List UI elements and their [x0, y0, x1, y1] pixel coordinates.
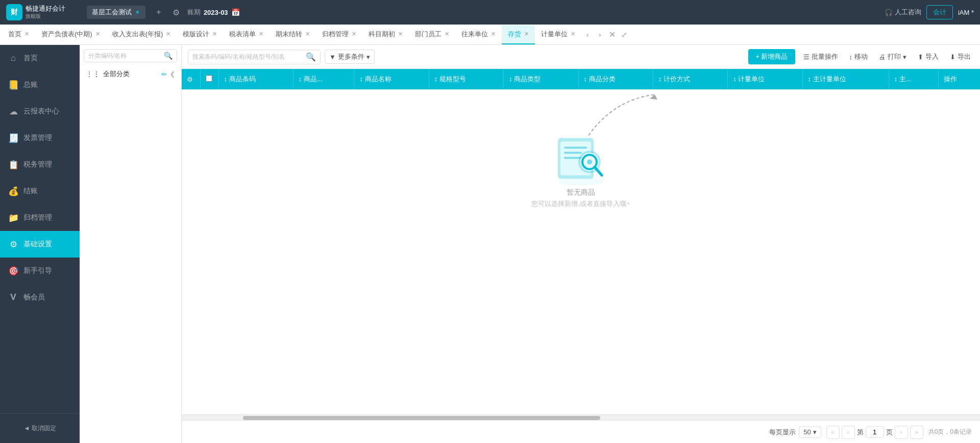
- sidebar-item-member[interactable]: V 畅会员: [0, 284, 80, 311]
- import-button[interactable]: ⬆ 导入: [915, 50, 942, 63]
- tab-department-close[interactable]: ✕: [445, 31, 449, 37]
- consultation-button[interactable]: 🎧 人工咨询: [885, 8, 921, 17]
- tab-close-all-button[interactable]: ✕: [606, 25, 618, 44]
- tab-inventory-label: 存货: [508, 30, 521, 39]
- tab-prev-button[interactable]: ‹: [581, 25, 594, 44]
- tab-home-close[interactable]: ✕: [24, 31, 29, 37]
- tab-archive[interactable]: 归档管理 ✕: [316, 25, 362, 44]
- sidebar-item-cloud-reports[interactable]: ☁ 云报表中心: [0, 98, 80, 125]
- horizontal-scrollbar[interactable]: [182, 414, 980, 421]
- page-size-selector: 每页显示 50 ▾: [769, 426, 821, 438]
- tab-balance-sheet-close[interactable]: ✕: [95, 31, 100, 37]
- th-unit[interactable]: ↕ 计量单位: [728, 69, 802, 89]
- tab-next-button[interactable]: ›: [594, 25, 606, 44]
- tab-income[interactable]: 收入支出表(年报) ✕: [106, 25, 177, 44]
- tab-template-close[interactable]: ✕: [212, 31, 217, 37]
- tab-subject-close[interactable]: ✕: [398, 31, 403, 37]
- filter-dropdown-icon: ▾: [366, 53, 370, 61]
- sidebar-item-guide[interactable]: 🎯 新手引导: [0, 258, 80, 284]
- tab-unit-close[interactable]: ✕: [571, 31, 575, 37]
- tab-inventory[interactable]: 存货 ✕: [502, 25, 535, 44]
- product-search-input[interactable]: [192, 53, 304, 60]
- sidebar-item-basic-settings[interactable]: ⚙ 基础设置: [0, 231, 80, 258]
- tab-expand-button[interactable]: ⤢: [618, 25, 630, 44]
- tab-tax-close[interactable]: ✕: [259, 31, 263, 37]
- select-all-checkbox[interactable]: [206, 75, 212, 82]
- workspace-selector[interactable]: 基层工会测试 ▼: [87, 6, 145, 19]
- tab-home[interactable]: 首页 ✕: [2, 25, 35, 44]
- sidebar-item-home[interactable]: ⌂ 首页: [0, 45, 80, 72]
- first-page-button[interactable]: «: [826, 426, 840, 439]
- top-header: 财 畅捷通好会计 旗舰版 基层工会测试 ▼ + ⚙ 账期 2023-03 📅 🎧…: [0, 0, 980, 25]
- all-categories-row[interactable]: ⋮⋮ 全部分类 ✏ ❮: [84, 66, 177, 82]
- category-search-input[interactable]: [88, 52, 162, 59]
- period-area: 账期 2023-03 📅: [187, 8, 240, 17]
- scrollbar-thumb[interactable]: [243, 416, 600, 420]
- sidebar-basic-settings-label: 基础设置: [23, 240, 52, 249]
- print-dropdown-icon: ▾: [903, 53, 906, 61]
- product-search-box: 🔍: [188, 50, 321, 64]
- logo-area: 财 畅捷通好会计 旗舰版: [6, 4, 83, 20]
- page-number-input[interactable]: [866, 426, 884, 438]
- page-size-dropdown[interactable]: 50 ▾: [799, 426, 821, 438]
- tab-income-close[interactable]: ✕: [166, 31, 170, 37]
- settings-icon[interactable]: ⚙: [169, 5, 183, 19]
- sidebar-item-ledger[interactable]: 📒 总账: [0, 72, 80, 98]
- th-type[interactable]: ↕ 商品类型: [504, 69, 578, 89]
- svg-rect-4: [564, 147, 587, 149]
- tab-period-transfer[interactable]: 期末结转 ✕: [270, 25, 316, 44]
- page-size-label: 每页显示: [769, 428, 796, 437]
- calendar-icon[interactable]: 📅: [231, 8, 240, 16]
- sidebar-item-invoice[interactable]: 🧾 发票管理: [0, 125, 80, 151]
- prev-page-button[interactable]: ‹: [842, 426, 855, 439]
- sidebar-pin-button[interactable]: ◄ 取消固定: [0, 420, 80, 437]
- guide-icon: 🎯: [8, 266, 18, 276]
- more-filter-button[interactable]: ▼ 更多条件 ▾: [325, 50, 375, 64]
- sidebar-item-close-accounts[interactable]: 💰 结账: [0, 178, 80, 204]
- sidebar: ⌂ 首页 📒 总账 ☁ 云报表中心 🧾 发票管理 📋 税务管理 💰 结账 📁 归…: [0, 45, 80, 443]
- th-main-unit-label: ↕ 主计量单位: [808, 75, 846, 84]
- tab-archive-close[interactable]: ✕: [352, 31, 356, 37]
- th-barcode[interactable]: ↕ 商品条码: [218, 69, 293, 89]
- tab-balance-sheet-label: 资产负债表(中期): [41, 30, 92, 39]
- tab-contacts[interactable]: 往来单位 ✕: [455, 25, 502, 44]
- next-page-button[interactable]: ›: [895, 426, 908, 439]
- th-main-unit[interactable]: ↕ 主计量单位: [802, 69, 889, 89]
- last-page-button[interactable]: »: [910, 426, 923, 439]
- tab-period-transfer-close[interactable]: ✕: [305, 31, 310, 37]
- product-search-icon[interactable]: 🔍: [306, 52, 316, 62]
- print-button[interactable]: 🖨 打印 ▾: [876, 50, 910, 63]
- th-checkbox[interactable]: [200, 69, 218, 89]
- th-settings[interactable]: ⚙: [182, 69, 200, 89]
- header-actions: + ⚙: [152, 5, 183, 19]
- tab-balance-sheet[interactable]: 资产负债表(中期) ✕: [35, 25, 106, 44]
- th-name[interactable]: ↕ 商品名称: [354, 69, 429, 89]
- category-collapse-icon[interactable]: ❮: [170, 71, 175, 78]
- tab-unit[interactable]: 计量单位 ✕: [535, 25, 581, 44]
- th-name-label: ↕ 商品名称: [359, 75, 391, 84]
- add-product-button[interactable]: + 新增商品: [748, 49, 795, 64]
- tab-inventory-close[interactable]: ✕: [524, 31, 529, 37]
- tab-department[interactable]: 部门员工 ✕: [409, 25, 455, 44]
- sidebar-item-archive[interactable]: 📁 归档管理: [0, 204, 80, 231]
- tab-tax[interactable]: 税表清单 ✕: [223, 25, 270, 44]
- svg-point-11: [587, 159, 592, 165]
- account-button[interactable]: 会计: [926, 5, 953, 19]
- tab-subject[interactable]: 科目期初 ✕: [362, 25, 409, 44]
- add-tab-button[interactable]: +: [152, 5, 166, 19]
- sidebar-item-tax[interactable]: 📋 税务管理: [0, 151, 80, 178]
- th-spec[interactable]: ↕ 规格型号: [429, 69, 503, 89]
- tab-contacts-close[interactable]: ✕: [491, 31, 496, 37]
- tab-template[interactable]: 模版设计 ✕: [177, 25, 223, 44]
- batch-operate-button[interactable]: ☰ 批量操作: [800, 50, 841, 63]
- th-category[interactable]: ↕ 商品分类: [578, 69, 653, 89]
- export-button[interactable]: ⬇ 导出: [947, 50, 974, 63]
- category-edit-icon[interactable]: ✏: [161, 71, 167, 78]
- app-edition: 旗舰版: [26, 13, 65, 20]
- move-button[interactable]: ↕ 移动: [846, 50, 871, 63]
- tab-subject-label: 科目期初: [369, 30, 395, 39]
- th-extra[interactable]: ↕ 主...: [889, 69, 938, 89]
- th-price-method[interactable]: ↕ 计价方式: [653, 69, 727, 89]
- category-search-icon[interactable]: 🔍: [164, 52, 173, 60]
- th-code[interactable]: ↕ 商品...: [293, 69, 354, 89]
